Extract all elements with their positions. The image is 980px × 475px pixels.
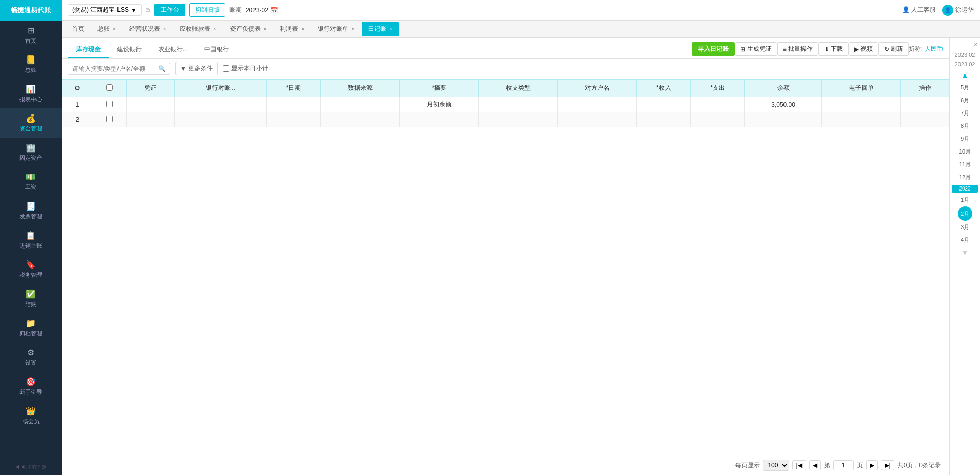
tab-journal-close[interactable]: × [389, 26, 393, 32]
sidebar-item-archive[interactable]: 📁 归档管理 [0, 313, 62, 343]
video-button[interactable]: ▶ 视频 [849, 42, 878, 56]
row2-counterpart [558, 112, 637, 127]
row1-balance: 3,050.00 [744, 97, 822, 112]
sidebar-item-tax[interactable]: 🔖 税务管理 [0, 255, 62, 284]
sidebar-item-assets[interactable]: 🏢 固定资产 [0, 138, 62, 167]
sidebar-item-purchase[interactable]: 📋 进销台账 [0, 225, 62, 255]
row2-payment-type [479, 112, 558, 127]
tab-receivable[interactable]: 应收账款表 × [173, 22, 223, 36]
tab-ledger-close[interactable]: × [113, 26, 116, 32]
tab-bank-close[interactable]: × [351, 26, 355, 32]
sub-tab-construction[interactable]: 建设银行 [109, 42, 150, 58]
purchase-icon: 📋 [26, 231, 36, 240]
search-icon[interactable]: 🔍 [158, 65, 166, 72]
sidebar-item-guide[interactable]: 🎯 新手引导 [0, 372, 62, 401]
daily-total-checkbox-label[interactable]: 显示本日小计 [223, 64, 268, 73]
table-row: 1 月初余额 3,050.00 [62, 97, 949, 112]
tab-home[interactable]: 首页 [66, 22, 90, 36]
month-12[interactable]: 12月 [950, 171, 980, 184]
month-8[interactable]: 8月 [950, 120, 980, 132]
tab-bank-reconcile[interactable]: 银行对账单 × [311, 22, 361, 36]
month-5[interactable]: 5月 [950, 81, 980, 94]
tab-profit[interactable]: 利润表 × [273, 22, 310, 36]
month-10[interactable]: 10月 [950, 145, 980, 158]
panel-nav-down: ▼ [950, 246, 980, 259]
month-9[interactable]: 9月 [950, 132, 980, 145]
tab-balance-sheet[interactable]: 资产负债表 × [224, 22, 273, 36]
last-page-button[interactable]: ▶| [881, 460, 894, 470]
download-icon: ⬇ [824, 46, 829, 53]
date-panel-close[interactable]: × [950, 38, 980, 50]
month-6[interactable]: 6月 [950, 94, 980, 107]
tab-journal[interactable]: 日记账 × [362, 22, 399, 36]
sub-tab-agriculture[interactable]: 农业银行... [150, 42, 196, 58]
row2-expense [691, 112, 744, 127]
avatar-icon: 👤 [942, 5, 953, 16]
download-button[interactable]: ⬇ 下载 [818, 42, 849, 56]
tab-ledger[interactable]: 总账 × [91, 22, 122, 36]
unpin-button[interactable]: ◀◀ 取消固定 [0, 460, 62, 475]
reports-icon: 📊 [26, 84, 36, 94]
customer-service[interactable]: 👤 人工客服 [902, 6, 936, 14]
close-icon[interactable]: × [974, 40, 978, 48]
tab-profit-close[interactable]: × [301, 26, 304, 32]
month-3[interactable]: 3月 [950, 221, 980, 234]
col-settings[interactable]: ⚙ [62, 80, 93, 97]
sidebar-item-settings[interactable]: ⚙ 设置 [0, 343, 62, 372]
row2-checkbox[interactable] [93, 112, 127, 127]
voucher-icon: ⊞ [740, 46, 746, 53]
content-area: 库存现金 建设银行 农业银行... 中国银行 导入日记账 ⊞ 生成凭证 [62, 38, 980, 475]
sidebar-item-close[interactable]: ✅ 结账 [0, 284, 62, 313]
user-info[interactable]: 👤 徐运华 [942, 5, 974, 16]
period-value: 2023-02 📅 [246, 7, 278, 14]
row1-num: 1 [62, 97, 93, 112]
month-4[interactable]: 4月 [950, 234, 980, 246]
generate-voucher-button[interactable]: ⊞ 生成凭证 [735, 42, 777, 56]
import-journal-button[interactable]: 导入日记账 [692, 42, 735, 56]
pagination: 每页显示 100 50 200 |◀ ◀ 第 页 ▶ ▶| 共0页，0条记录 [62, 455, 949, 475]
year-header-1: 2023.02 [950, 50, 980, 60]
col-data-source: 数据来源 [321, 80, 400, 97]
col-checkbox[interactable] [93, 80, 127, 97]
row1-counterpart [558, 97, 637, 112]
sidebar-item-invoice[interactable]: 🧾 发票管理 [0, 196, 62, 225]
per-page-select[interactable]: 100 50 200 [763, 460, 789, 471]
sidebar-item-finance[interactable]: 💰 资金管理 [0, 108, 62, 138]
nav-up-icon[interactable]: ▲ [962, 71, 969, 79]
currency-value[interactable]: 人民币 [925, 45, 943, 53]
sub-tab-china[interactable]: 中国银行 [196, 42, 237, 58]
old-version-button[interactable]: 切到旧版 [189, 3, 225, 17]
first-page-button[interactable]: |◀ [792, 460, 806, 470]
more-conditions-button[interactable]: ▼ 更多条件 [175, 62, 218, 75]
sidebar-item-salary[interactable]: 💵 工资 [0, 167, 62, 196]
sidebar-item-member[interactable]: 👑 畅会员 [0, 401, 62, 430]
row1-action [901, 97, 949, 112]
tab-business-close[interactable]: × [163, 26, 166, 32]
month-7[interactable]: 7月 [950, 107, 980, 120]
col-counterpart: 对方户名 [558, 80, 637, 97]
daily-total-checkbox[interactable] [223, 65, 229, 72]
tab-business-report[interactable]: 经营状况表 × [123, 22, 172, 36]
page-input[interactable] [833, 460, 854, 470]
batch-ops-button[interactable]: ≡ 批量操作 [777, 42, 818, 56]
month-11[interactable]: 11月 [950, 158, 980, 171]
workbench-button[interactable]: 工作台 [154, 4, 185, 16]
copy-icon[interactable]: ⧉ [146, 7, 150, 14]
search-input[interactable] [72, 65, 156, 72]
sidebar-item-reports[interactable]: 📊 报表中心 [0, 79, 62, 108]
sub-tab-cash[interactable]: 库存现金 [68, 42, 109, 58]
month-2-active[interactable]: 2月 [958, 206, 972, 221]
sidebar-item-home[interactable]: ⊞ 首页 [0, 21, 62, 50]
tab-receivable-close[interactable]: × [213, 26, 217, 32]
chevron-down-icon: ▼ [131, 7, 137, 14]
company-selector[interactable]: (勿易) 江西超宝-LSS ▼ [68, 4, 142, 16]
next-page-button[interactable]: ▶ [866, 460, 878, 470]
prev-page-button[interactable]: ◀ [809, 460, 821, 470]
month-1[interactable]: 1月 [950, 194, 980, 206]
tab-balance-close[interactable]: × [264, 26, 267, 32]
sidebar-item-ledger[interactable]: 📒 总账 [0, 50, 62, 79]
calendar-icon[interactable]: 📅 [270, 7, 278, 14]
refresh-button[interactable]: ↻ 刷新 [878, 42, 909, 56]
nav-down-icon[interactable]: ▼ [962, 249, 969, 257]
row1-checkbox[interactable] [93, 97, 127, 112]
